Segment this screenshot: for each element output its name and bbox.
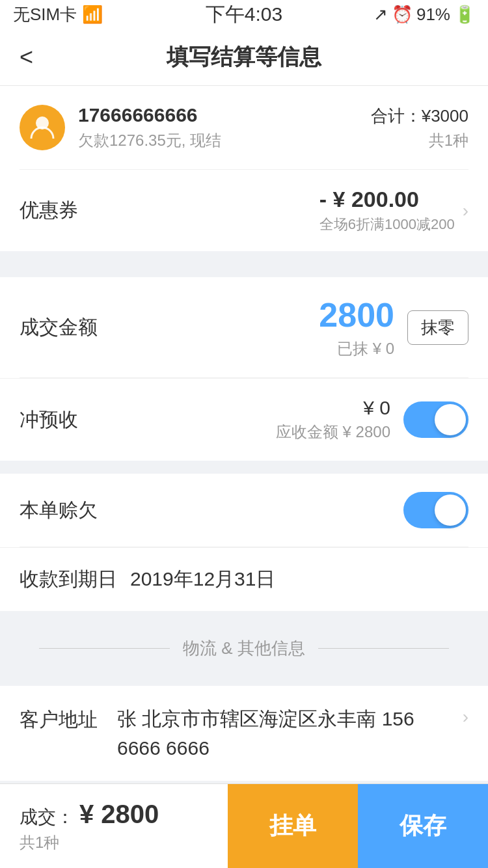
back-button[interactable]: <	[20, 44, 33, 71]
location-icon: ↗	[373, 5, 388, 25]
debt-section: 本单赊欠	[0, 474, 488, 547]
address-section[interactable]: 客户地址 张 北京市市辖区海淀区永丰南 156 6666 6666 ›	[0, 686, 488, 781]
hold-button[interactable]: 挂单	[228, 784, 358, 869]
amount-value-group: 2800 已抹 ¥ 0	[319, 295, 394, 359]
user-subtext: 欠款1276.35元, 现结	[78, 130, 221, 151]
save-button[interactable]: 保存	[358, 784, 488, 869]
section-separator-1	[0, 264, 488, 277]
page-title: 填写结算等信息	[167, 42, 321, 72]
debt-card: 本单赊欠 收款到期日 2019年12月31日	[0, 474, 488, 611]
bottom-count: 共1种	[20, 832, 208, 853]
prepay-value: ¥ 0	[276, 397, 390, 419]
coupon-label: 优惠券	[20, 197, 78, 224]
alarm-icon: ⏰	[392, 5, 413, 25]
wifi-icon: 📶	[82, 5, 103, 25]
prepay-right: ¥ 0 应收金额 ¥ 2800	[276, 397, 468, 442]
amount-value: 2800	[319, 295, 394, 334]
user-info-card: 17666666666 欠款1276.35元, 现结 合计：¥3000 共1种 …	[0, 86, 488, 251]
round-down-button[interactable]: 抹零	[407, 310, 468, 345]
status-left: 无SIM卡 📶	[13, 3, 103, 26]
amount-row: 成交金额 2800 已抹 ¥ 0 抹零	[20, 295, 468, 359]
user-phone: 17666666666	[78, 104, 221, 126]
due-date-value: 2019年12月31日	[130, 566, 275, 593]
battery-icon: 🔋	[454, 5, 475, 25]
carrier-text: 无SIM卡	[13, 3, 77, 26]
total-count: 共1种	[371, 130, 468, 151]
coupon-chevron-icon: ›	[463, 200, 468, 221]
total-label: 合计：¥3000	[371, 105, 468, 128]
prepay-value-group: ¥ 0 应收金额 ¥ 2800	[276, 397, 390, 442]
logistics-line-left	[39, 648, 170, 649]
coupon-discount: - ¥ 200.00	[319, 187, 455, 212]
avatar-icon	[26, 111, 59, 144]
due-row: 收款到期日 2019年12月31日	[20, 566, 468, 593]
bottom-total-row: 成交： ¥ 2800	[20, 800, 208, 830]
bottom-bar: 成交： ¥ 2800 共1种 挂单 保存	[0, 783, 488, 868]
due-date-section: 收款到期日 2019年12月31日	[0, 547, 488, 611]
debt-label: 本单赊欠	[20, 497, 98, 524]
debt-toggle-knob	[435, 495, 466, 526]
bottom-total-value: ¥ 2800	[79, 800, 159, 829]
prepay-sub: 应收金额 ¥ 2800	[276, 422, 390, 442]
amount-section: 成交金额 2800 已抹 ¥ 0 抹零 冲预收 ¥ 0 应收金额 ¥ 28	[0, 277, 488, 461]
prepay-section: 冲预收 ¥ 0 应收金额 ¥ 2800	[0, 378, 488, 461]
address-row: 客户地址 张 北京市市辖区海淀区永丰南 156 6666 6666 ›	[20, 704, 468, 763]
status-bar: 无SIM卡 📶 下午4:03 ↗ ⏰ 91% 🔋	[0, 0, 488, 29]
logistics-line-right	[318, 648, 449, 649]
coupon-right: - ¥ 200.00 全场6折满1000减200 ›	[319, 187, 468, 234]
logistics-header: 物流 & 其他信息	[20, 624, 468, 673]
avatar	[20, 105, 65, 150]
bottom-summary: 成交： ¥ 2800 共1种	[0, 800, 228, 853]
prepay-toggle[interactable]	[403, 401, 468, 438]
status-right: ↗ ⏰ 91% 🔋	[373, 5, 475, 25]
section-separator-2	[0, 461, 488, 474]
battery-text: 91%	[416, 5, 450, 25]
bottom-total-label: 成交：	[20, 805, 74, 830]
address-label: 客户地址	[20, 704, 98, 733]
debt-toggle[interactable]	[403, 492, 468, 528]
nav-bar: < 填写结算等信息	[0, 29, 488, 86]
user-info: 17666666666 欠款1276.35元, 现结	[78, 104, 221, 151]
debt-row: 本单赊欠	[20, 492, 468, 528]
user-row: 17666666666 欠款1276.35元, 现结 合计：¥3000 共1种	[0, 86, 488, 169]
coupon-row[interactable]: 优惠券 - ¥ 200.00 全场6折满1000减200 ›	[0, 170, 488, 251]
prepay-toggle-knob	[435, 404, 466, 435]
main-content: 17666666666 欠款1276.35元, 现结 合计：¥3000 共1种 …	[0, 86, 488, 868]
coupon-detail: 全场6折满1000减200	[319, 215, 455, 234]
coupon-value-group: - ¥ 200.00 全场6折满1000减200	[319, 187, 455, 234]
amount-label: 成交金额	[20, 314, 98, 341]
user-left: 17666666666 欠款1276.35元, 现结	[20, 104, 221, 151]
status-time: 下午4:03	[206, 1, 282, 28]
address-chevron-icon: ›	[463, 704, 468, 727]
amount-right: 2800 已抹 ¥ 0 抹零	[319, 295, 468, 359]
logistics-label: 物流 & 其他信息	[183, 637, 305, 660]
prepay-label: 冲预收	[20, 407, 78, 433]
amount-row-wrapper: 成交金额 2800 已抹 ¥ 0 抹零	[0, 277, 488, 377]
address-value: 张 北京市市辖区海淀区永丰南 156 6666 6666	[117, 704, 463, 763]
logistics-header-wrapper: 物流 & 其他信息	[0, 611, 488, 686]
prepay-row: 冲预收 ¥ 0 应收金额 ¥ 2800	[20, 397, 468, 442]
user-right: 合计：¥3000 共1种	[371, 105, 468, 151]
amount-sub: 已抹 ¥ 0	[319, 338, 394, 359]
due-date-label: 收款到期日	[20, 566, 117, 593]
